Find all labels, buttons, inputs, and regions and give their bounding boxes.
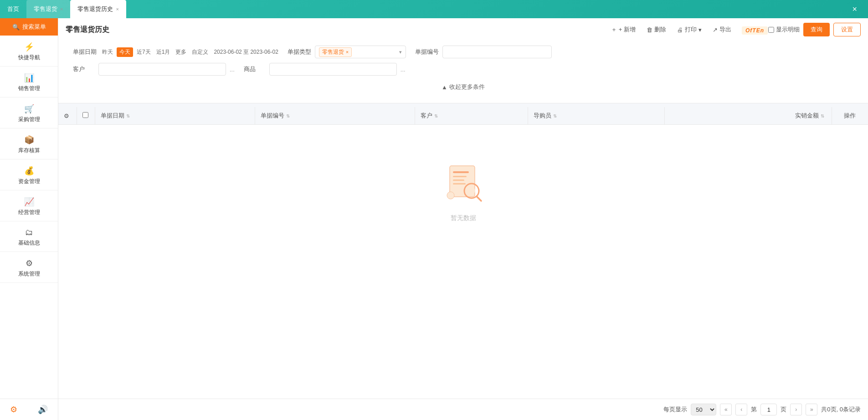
window-close-button[interactable]: × <box>848 5 861 14</box>
sidebar-item-inventory[interactable]: 📦 库存核算 <box>0 128 58 159</box>
voucher-type-label: 单据类型 <box>288 48 311 56</box>
page-header: 零售退货历史 ＋ + 新增 🗑 删除 🖨 打印 ▾ <box>58 18 868 103</box>
date-range-display: 2023-06-02 至 2023-06-02 <box>214 48 278 56</box>
goods-input[interactable] <box>269 63 397 76</box>
tab-retail-return-history-close[interactable]: × <box>116 6 118 12</box>
operations-icon: 📈 <box>24 197 34 207</box>
top-bar-right: × <box>848 5 868 14</box>
select-all-checkbox[interactable] <box>82 112 88 118</box>
th-amount-label: 实销金额 <box>795 112 819 120</box>
refresh-icon: ↻ <box>742 26 747 33</box>
print-label: 打印 <box>685 26 697 34</box>
customer-input[interactable] <box>98 63 226 76</box>
query-button[interactable]: 查询 <box>803 23 830 36</box>
first-page-button[interactable]: « <box>720 404 732 415</box>
next-page-button[interactable]: › <box>790 404 802 415</box>
th-date[interactable]: 单据日期 ⇅ <box>95 107 255 125</box>
search-icon: 🔍 <box>12 24 20 31</box>
sidebar-item-quicknav[interactable]: ⚡ 快捷导航 <box>0 36 58 67</box>
sidebar-item-basic-info[interactable]: 🗂 基础信息 <box>0 221 58 252</box>
date-more[interactable]: 更多 <box>174 47 188 57</box>
date-7days[interactable]: 近7天 <box>135 47 153 57</box>
date-yesterday[interactable]: 昨天 <box>100 47 115 57</box>
date-1month[interactable]: 近1月 <box>154 47 172 57</box>
table-container: ⚙ 单据日期 ⇅ 单据编号 <box>58 107 868 399</box>
tab-home[interactable]: 首页 <box>0 0 26 18</box>
filter-row-1: 单据日期 昨天 今天 近7天 近1月 更多 自定义 2023-06-02 至 2… <box>73 46 853 58</box>
delete-icon: 🗑 <box>647 26 652 33</box>
page-label: 第 <box>751 405 757 414</box>
svg-rect-1 <box>453 171 469 173</box>
settings-button[interactable]: 设置 <box>833 23 861 36</box>
sidebar-item-quicknav-label: 快捷导航 <box>18 54 40 61</box>
print-button[interactable]: 🖨 打印 ▾ <box>673 24 705 36</box>
page-title-row: 零售退货历史 ＋ + 新增 🗑 删除 🖨 打印 ▾ <box>66 23 861 36</box>
settings-bottom-icon[interactable]: ⚙ <box>10 405 17 415</box>
th-settings[interactable]: ⚙ <box>58 107 77 125</box>
filter-area: 单据日期 昨天 今天 近7天 近1月 更多 自定义 2023-06-02 至 2… <box>66 41 861 103</box>
th-checkbox[interactable] <box>77 107 95 125</box>
tab-retail-return-close[interactable]: × <box>60 6 63 12</box>
date-sort-icon: ⇅ <box>126 113 130 118</box>
content-area: 零售退货历史 ＋ + 新增 🗑 删除 🖨 打印 ▾ <box>58 18 868 420</box>
sidebar-search[interactable]: 🔍 搜索菜单 <box>0 18 58 36</box>
page-number-input[interactable] <box>760 404 777 415</box>
sidebar-item-system[interactable]: ⚙ 系统管理 <box>0 252 58 283</box>
voucher-no-input[interactable] <box>442 46 552 58</box>
filter-voucher-type: 单据类型 零售退货 × ▾ <box>288 46 406 58</box>
add-icon: ＋ <box>611 26 617 34</box>
prev-page-button[interactable]: ‹ <box>735 404 747 415</box>
main-layout: 🔍 搜索菜单 ⚡ 快捷导航 📊 销售管理 🛒 采购管理 📦 库存核算 💰 资金管… <box>0 18 868 420</box>
add-button[interactable]: ＋ + 新增 <box>607 24 639 36</box>
show-detail-checkbox[interactable] <box>768 27 774 33</box>
svg-point-7 <box>468 187 475 195</box>
export-button[interactable]: ↗ 导出 <box>709 24 735 36</box>
date-custom[interactable]: 自定义 <box>190 47 210 57</box>
refresh-button[interactable]: ↻ 刷新 <box>739 24 765 36</box>
per-page-select[interactable]: 50 10 20 100 <box>691 404 716 415</box>
amount-sort-icon: ⇅ <box>821 113 824 118</box>
customer-ellipsis[interactable]: ... <box>230 66 235 73</box>
tab-retail-return-history[interactable]: 零售退货历史 × <box>70 0 126 18</box>
tab-retail-return[interactable]: 零售退货 × <box>26 0 70 18</box>
sidebar-item-purchase[interactable]: 🛒 采购管理 <box>0 97 58 128</box>
show-detail-check[interactable]: 显示明细 <box>768 26 800 34</box>
delete-button[interactable]: 🗑 删除 <box>643 24 670 36</box>
empty-row: 暂无数据 <box>58 125 868 241</box>
export-label: 导出 <box>719 26 731 34</box>
th-voucher-no[interactable]: 单据编号 ⇅ <box>255 107 415 125</box>
voucher-type-tag-close[interactable]: × <box>346 49 349 55</box>
customer-label: 客户 <box>73 65 95 73</box>
guide-sort-icon: ⇅ <box>553 113 557 118</box>
svg-rect-3 <box>453 179 464 181</box>
tab-retail-return-label: 零售退货 <box>34 5 57 13</box>
th-amount[interactable]: 实销金额 ⇅ <box>664 107 832 125</box>
sidebar-item-operations[interactable]: 📈 经营管理 <box>0 190 58 221</box>
th-guide[interactable]: 导购员 ⇅ <box>528 107 664 125</box>
goods-ellipsis[interactable]: ... <box>401 66 406 73</box>
sidebar-bottom: ⚙ 🔊 <box>0 399 58 420</box>
last-page-button[interactable]: » <box>806 404 817 415</box>
top-bar: 首页 零售退货 × 零售退货历史 × × <box>0 0 868 18</box>
date-today[interactable]: 今天 <box>117 47 133 57</box>
voucher-type-select[interactable]: 零售退货 × ▾ <box>315 46 406 58</box>
delete-label: 删除 <box>654 26 666 34</box>
sidebar-item-finance-label: 资金管理 <box>18 178 40 185</box>
th-customer[interactable]: 客户 ⇅ <box>415 107 528 125</box>
sidebar-search-label: 搜索菜单 <box>22 23 46 31</box>
th-guide-label: 导购员 <box>534 112 551 120</box>
per-page-label: 每页显示 <box>663 405 687 414</box>
filter-voucher-no: 单据编号 <box>415 46 552 58</box>
voucher-type-tag: 零售退货 × <box>319 47 352 57</box>
basic-info-icon: 🗂 <box>25 228 33 237</box>
tabs-container: 首页 零售退货 × 零售退货历史 × <box>0 0 848 18</box>
collapse-button[interactable]: ▲ 收起更多条件 <box>436 82 490 92</box>
sidebar-item-sales-label: 销售管理 <box>18 85 40 92</box>
sound-bottom-icon[interactable]: 🔊 <box>38 405 48 415</box>
sidebar-item-finance[interactable]: 💰 资金管理 <box>0 159 58 190</box>
svg-rect-2 <box>453 176 467 177</box>
goods-label: 商品 <box>244 65 266 73</box>
sidebar-item-inventory-label: 库存核算 <box>18 147 40 154</box>
voucher-type-tag-text: 零售退货 <box>322 48 344 56</box>
sidebar-item-sales[interactable]: 📊 销售管理 <box>0 67 58 97</box>
